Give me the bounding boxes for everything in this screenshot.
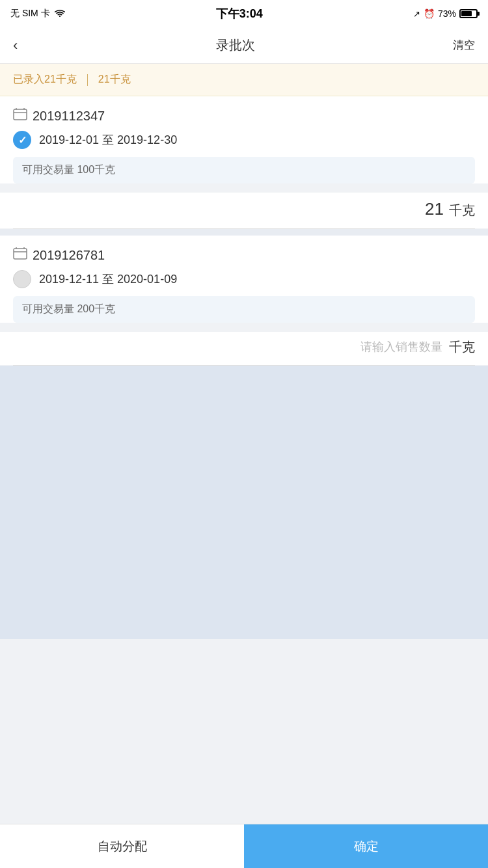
section-divider-1	[0, 229, 488, 236]
auto-distribute-button[interactable]: 自动分配	[0, 824, 244, 868]
total-amount: 21千克	[98, 73, 131, 87]
svg-rect-0	[14, 109, 27, 120]
confirm-button[interactable]: 确定	[244, 824, 488, 868]
svg-rect-4	[14, 249, 27, 259]
qty-input[interactable]	[13, 340, 442, 354]
recorded-amount: 已录入21千克	[13, 73, 77, 87]
battery-percent: 73%	[438, 8, 456, 19]
batch-2-icon	[13, 247, 27, 264]
batch-2-header: 2019126781	[13, 247, 475, 264]
location-icon: ↗	[413, 9, 420, 19]
clear-button[interactable]: 清空	[453, 38, 475, 53]
batch-2-card: 2019126781 2019-12-11 至 2020-01-09 可用交易量…	[0, 236, 488, 323]
batch-2-date-row[interactable]: 2019-12-11 至 2020-01-09	[13, 270, 475, 288]
batch-2-radio[interactable]	[13, 270, 31, 288]
batch-1-date: 2019-12-01 至 2019-12-30	[39, 132, 177, 148]
batch-1-date-row[interactable]: ✓ 2019-12-01 至 2019-12-30	[13, 131, 475, 149]
batch-1-card: 2019112347 ✓ 2019-12-01 至 2019-12-30 可用交…	[0, 96, 488, 183]
batch-1-amount-row: 21 千克	[0, 193, 488, 228]
batch-1-available: 可用交易量 100千克	[13, 157, 475, 183]
info-banner: 已录入21千克 21千克	[0, 64, 488, 96]
batch-1-amount-unit: 千克	[449, 202, 475, 219]
batch-1-header: 2019112347	[13, 108, 475, 124]
sim-text: 无 SIM 卡	[10, 8, 50, 20]
status-left: 无 SIM 卡	[10, 8, 66, 20]
batch-2-available: 可用交易量 200千克	[13, 296, 475, 323]
wifi-icon	[54, 8, 66, 20]
batch-2-id: 2019126781	[33, 248, 105, 263]
status-bar: 无 SIM 卡 下午3:04 ↗ ⏰ 73%	[0, 0, 488, 27]
battery-icon	[459, 9, 478, 18]
status-time: 下午3:04	[216, 6, 263, 21]
batch-1-check-mark: ✓	[18, 134, 27, 146]
alarm-icon: ⏰	[424, 8, 435, 19]
batch-2-input-row[interactable]: 千克	[0, 332, 488, 365]
nav-bar: ‹ 录批次 清空	[0, 27, 488, 64]
info-divider	[87, 74, 88, 86]
page-title: 录批次	[216, 36, 255, 54]
batch-1-amount-value: 21	[425, 199, 444, 219]
batch-2-unit: 千克	[449, 338, 475, 356]
batch-1-id: 2019112347	[33, 109, 105, 124]
back-button[interactable]: ‹	[13, 37, 18, 54]
batch-1-radio[interactable]: ✓	[13, 131, 31, 149]
bottom-bar: 自动分配 确定	[0, 824, 488, 868]
batch-1-icon	[13, 108, 27, 124]
status-right: ↗ ⏰ 73%	[413, 8, 478, 19]
batch-2-date: 2019-12-11 至 2020-01-09	[39, 271, 177, 287]
empty-area	[0, 366, 488, 639]
